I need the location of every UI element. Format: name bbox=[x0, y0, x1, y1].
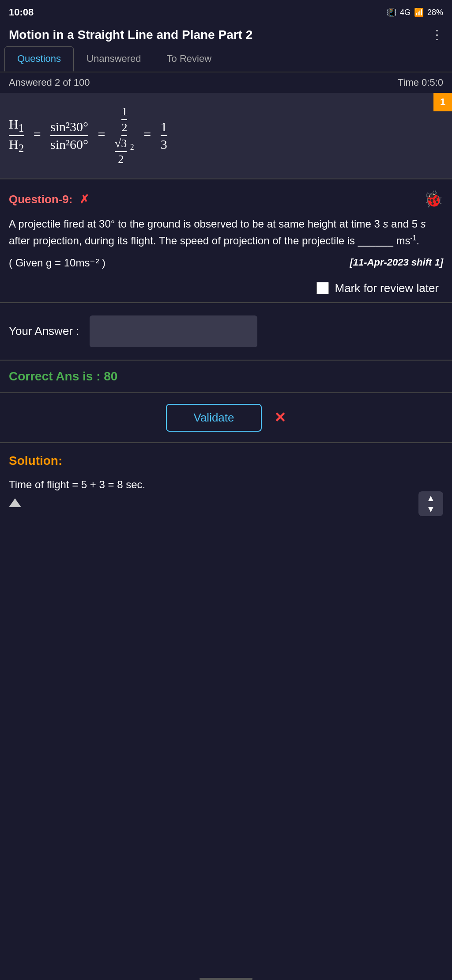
math-section: H1 H2 = sin²30° sin²60° = 1 2 √3 2 2 bbox=[0, 93, 452, 179]
fraction-half: 1 2 √3 2 2 bbox=[115, 105, 134, 166]
triangle-up-icon bbox=[9, 498, 21, 507]
mark-review-checkbox[interactable] bbox=[316, 282, 329, 294]
carrier-icon: 📳 bbox=[387, 8, 396, 17]
mark-review-row: Mark for review later bbox=[9, 281, 443, 295]
question-header: Question-9: ✗ 🐞 bbox=[9, 190, 443, 209]
answer-input[interactable] bbox=[90, 315, 257, 347]
header: Motion in a Straight Line and Plane Part… bbox=[0, 23, 452, 46]
answer-section: Your Answer : bbox=[0, 303, 452, 361]
tab-questions[interactable]: Questions bbox=[4, 46, 74, 72]
solution-label: Solution: bbox=[9, 454, 443, 468]
battery-label: 28% bbox=[427, 8, 443, 17]
progress-bar: Answered 2 of 100 Time 0:5:0 bbox=[0, 72, 452, 93]
question-text: A projectile fired at 30° to the ground … bbox=[9, 216, 443, 250]
scroll-down-icon: ▼ bbox=[426, 504, 435, 514]
correct-ans-text: Correct Ans is : 80 bbox=[9, 369, 117, 383]
solution-section: Solution: Time of flight = 5 + 3 = 8 sec… bbox=[0, 443, 452, 748]
given-shift-row: ( Given g = 10ms⁻² ) [11-Apr-2023 shift … bbox=[9, 257, 443, 273]
scroll-button[interactable]: ▲ ▼ bbox=[418, 491, 443, 516]
validate-button[interactable]: Validate bbox=[166, 404, 261, 432]
scroll-spacer bbox=[9, 516, 443, 737]
status-time: 10:08 bbox=[9, 7, 34, 18]
fraction-sin: sin²30° sin²60° bbox=[50, 119, 88, 152]
question-number-badge: 1 bbox=[433, 93, 452, 111]
wrong-icon: ✗ bbox=[79, 193, 89, 206]
menu-button[interactable]: ⋮ bbox=[431, 27, 443, 42]
validate-section: Validate ✕ bbox=[0, 393, 452, 443]
solution-text: Time of flight = 5 + 3 = 8 sec. bbox=[9, 476, 443, 507]
scroll-up-icon: ▲ bbox=[426, 493, 435, 503]
bottom-indicator bbox=[200, 978, 252, 980]
bug-icon[interactable]: 🐞 bbox=[423, 190, 443, 209]
tab-to-review[interactable]: To Review bbox=[154, 46, 224, 72]
tab-unanswered[interactable]: Unanswered bbox=[74, 46, 154, 72]
timer: Time 0:5:0 bbox=[398, 77, 443, 88]
status-icons: 📳 4G 📶 28% bbox=[387, 8, 443, 17]
answer-label: Your Answer : bbox=[9, 324, 79, 338]
correct-ans-section: Correct Ans is : 80 bbox=[0, 361, 452, 393]
tabs-container: Questions Unanswered To Review bbox=[0, 46, 452, 72]
answered-count: Answered 2 of 100 bbox=[9, 77, 90, 88]
question-section: Question-9: ✗ 🐞 A projectile fired at 30… bbox=[0, 179, 452, 303]
mark-review-label: Mark for review later bbox=[335, 281, 439, 295]
fraction-result: 1 3 bbox=[161, 119, 167, 152]
given-text: ( Given g = 10ms⁻² ) bbox=[9, 257, 105, 269]
signal-icon: 📶 bbox=[414, 8, 424, 17]
question-label: Question-9: ✗ bbox=[9, 193, 89, 206]
network-label: 4G bbox=[400, 8, 411, 17]
bottom-bar bbox=[0, 977, 452, 980]
page-title: Motion in a Straight Line and Plane Part… bbox=[9, 28, 252, 42]
math-formula: H1 H2 = sin²30° sin²60° = 1 2 √3 2 2 bbox=[9, 105, 167, 166]
fraction-H: H1 H2 bbox=[9, 117, 24, 155]
shift-text: [11-Apr-2023 shift 1] bbox=[350, 257, 443, 268]
status-bar: 10:08 📳 4G 📶 28% bbox=[0, 0, 452, 23]
validate-cross-icon[interactable]: ✕ bbox=[274, 409, 286, 426]
